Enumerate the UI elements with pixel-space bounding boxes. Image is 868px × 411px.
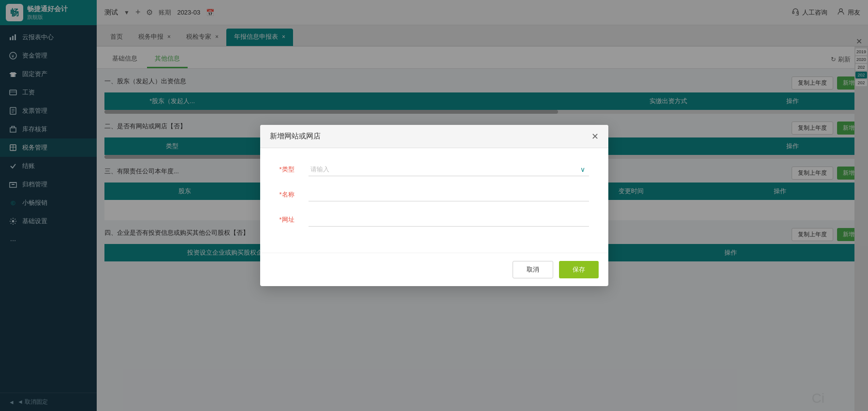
modal-body: *类型 ∨ *名称 *网址 — [260, 148, 608, 253]
modal-footer: 取消 保存 — [260, 253, 608, 286]
type-label: *类型 — [280, 165, 309, 174]
url-label: *网址 — [280, 215, 309, 224]
url-input-wrap — [309, 213, 589, 227]
name-label-text: 名称 — [282, 191, 294, 198]
modal-overlay[interactable]: 新增网站或网店 ✕ *类型 ∨ *名称 — [0, 0, 868, 411]
modal-close-button[interactable]: ✕ — [591, 132, 599, 141]
form-field-type: *类型 ∨ — [280, 163, 589, 176]
form-field-url: *网址 — [280, 213, 589, 227]
type-input-wrap: ∨ — [309, 163, 589, 176]
name-label: *名称 — [280, 190, 309, 199]
modal-title: 新增网站或网店 — [270, 132, 321, 141]
name-input[interactable] — [309, 188, 589, 201]
type-label-text: 类型 — [282, 166, 294, 173]
type-input[interactable] — [309, 163, 589, 176]
form-field-name: *名称 — [280, 188, 589, 201]
url-input[interactable] — [309, 213, 589, 227]
modal-header: 新增网站或网店 ✕ — [260, 125, 608, 148]
modal-add-website: 新增网站或网店 ✕ *类型 ∨ *名称 — [260, 125, 608, 286]
cancel-button[interactable]: 取消 — [513, 261, 553, 278]
url-label-text: 网址 — [282, 216, 294, 223]
save-button[interactable]: 保存 — [559, 261, 599, 278]
name-input-wrap — [309, 188, 589, 201]
